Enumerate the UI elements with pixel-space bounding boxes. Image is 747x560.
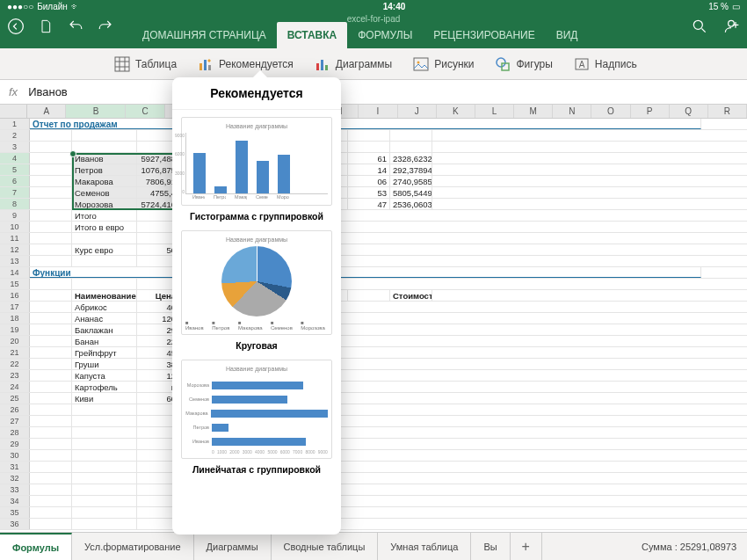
ribbon-pictures[interactable]: Рисунки — [413, 56, 474, 72]
svg-point-12 — [497, 58, 505, 67]
spreadsheet-grid[interactable]: 1Отчет по продажам 2 3 4Иванов5927,48892… — [0, 119, 747, 532]
col-Q[interactable]: Q — [670, 105, 708, 118]
sheet-tab-pivot[interactable]: Сводные таблицы — [272, 533, 379, 560]
col-L[interactable]: L — [475, 105, 514, 118]
app-header: ДОМАШНЯЯ СТРАНИЦА ВСТАВКА ФОРМУЛЫ РЕЦЕНЗ… — [0, 13, 747, 48]
ribbon-textbox[interactable]: AНадпись — [574, 56, 637, 72]
col-I[interactable]: I — [359, 105, 397, 118]
clock: 14:40 — [80, 2, 708, 11]
tab-view[interactable]: ВИД — [546, 22, 589, 48]
pie-legend: ИвановПетровМакароваСеменовМорозова — [185, 320, 328, 331]
caption-hbar: Линейчатая с группировкой — [181, 464, 332, 475]
svg-rect-10 — [414, 58, 428, 70]
svg-rect-4 — [199, 63, 202, 70]
back-button[interactable] — [7, 18, 25, 35]
col-J[interactable]: J — [398, 105, 437, 118]
col-A[interactable]: A — [27, 105, 66, 118]
sheet-bar: Формулы Усл.форматирование Диаграммы Сво… — [0, 532, 747, 560]
fx-label: fx — [9, 85, 18, 98]
ribbon-charts[interactable]: Диаграммы — [315, 56, 392, 72]
redo-icon[interactable] — [97, 18, 114, 35]
file-icon[interactable] — [37, 18, 54, 35]
picture-icon — [413, 56, 429, 72]
svg-rect-3 — [115, 57, 129, 71]
pie-chart-preview — [221, 246, 292, 316]
ribbon-insert: Таблица Рекомендуется Диаграммы Рисунки … — [0, 48, 747, 80]
svg-point-1 — [693, 20, 702, 29]
section-functions: Функции — [30, 267, 701, 278]
tab-review[interactable]: РЕЦЕНЗИРОВАНИЕ — [423, 22, 545, 48]
shapes-icon — [495, 56, 511, 72]
caption-pie: Круговая — [181, 340, 332, 351]
ribbon-table[interactable]: Таблица — [114, 56, 177, 72]
popover-title: Рекомендуется — [172, 77, 341, 110]
svg-rect-8 — [321, 60, 323, 70]
status-bar: ●●●○○ Билайн ᯤ 14:40 15 % ▭ — [0, 0, 747, 13]
status-sum: Сумма : 25291,08973 — [631, 542, 747, 552]
undo-icon[interactable] — [67, 18, 84, 35]
bar-chart-preview: 9000600030000 — [185, 133, 328, 194]
search-icon[interactable] — [691, 18, 708, 35]
sheet-tab-smarttable[interactable]: Умная таблица — [378, 533, 471, 560]
svg-point-11 — [417, 61, 420, 63]
signal-dots-icon: ●●●○○ — [7, 2, 33, 11]
sheet-tab-charts[interactable]: Диаграммы — [194, 533, 272, 560]
sheet-tab-formulas[interactable]: Формулы — [0, 533, 72, 560]
chart-option-pie[interactable]: Название диаграммы ИвановПетровМакароваС… — [181, 230, 332, 335]
formula-bar[interactable]: fx Иванов — [0, 80, 747, 105]
chart-icon — [315, 56, 330, 72]
share-icon[interactable] — [722, 18, 740, 35]
col-B[interactable]: B — [66, 105, 126, 118]
carrier-label: Билайн — [37, 2, 68, 11]
chart-option-clustered-column[interactable]: Название диаграммы 9000600030000 ИвановП… — [181, 117, 332, 206]
col-K[interactable]: K — [437, 105, 475, 118]
ribbon-tabs: ДОМАШНЯЯ СТРАНИЦА ВСТАВКА ФОРМУЛЫ РЕЦЕНЗ… — [132, 13, 588, 48]
fx-value: Иванов — [28, 85, 68, 98]
sheet-tab-condformat[interactable]: Усл.форматирование — [72, 533, 194, 560]
recommended-chart-icon — [198, 56, 214, 72]
tab-home[interactable]: ДОМАШНЯЯ СТРАНИЦА — [132, 22, 277, 48]
tab-formulas[interactable]: ФОРМУЛЫ — [347, 22, 423, 48]
wifi-icon: ᯤ — [71, 2, 80, 11]
ribbon-shapes[interactable]: Фигуры — [495, 56, 552, 72]
battery-pct: 15 % — [708, 2, 729, 11]
svg-rect-7 — [316, 63, 319, 70]
battery-icon: ▭ — [732, 2, 740, 11]
col-P[interactable]: P — [631, 105, 670, 118]
svg-rect-6 — [208, 65, 211, 70]
svg-rect-9 — [325, 65, 328, 70]
recommended-charts-popover: Рекомендуется Название диаграммы 9000600… — [172, 77, 341, 535]
caption-bar: Гистограмма с группировкой — [181, 211, 332, 222]
svg-text:A: A — [579, 60, 585, 69]
column-headers: A B C D E F G H I J K L M N O P Q R — [0, 105, 747, 119]
hbar-chart-preview: Морозова Семенов Макарова Петров Иванов … — [185, 375, 328, 455]
col-N[interactable]: N — [553, 105, 591, 118]
textbox-icon: A — [574, 56, 590, 72]
col-M[interactable]: M — [514, 105, 553, 118]
col-O[interactable]: O — [591, 105, 630, 118]
svg-point-0 — [9, 19, 24, 34]
tab-insert[interactable]: ВСТАВКА — [277, 22, 347, 48]
table-icon — [114, 56, 130, 72]
ribbon-recommended[interactable]: Рекомендуется — [198, 56, 294, 72]
svg-point-2 — [729, 20, 735, 26]
add-sheet-button[interactable]: + — [511, 533, 542, 560]
section-sales: Отчет по продажам — [30, 119, 701, 129]
cell[interactable]: Иванов — [72, 153, 137, 164]
col-R[interactable]: R — [708, 105, 747, 118]
col-C[interactable]: C — [126, 105, 164, 118]
chart-option-clustered-bar[interactable]: Название диаграммы Морозова Семенов Мака… — [181, 360, 332, 459]
svg-rect-5 — [204, 60, 207, 70]
sheet-tab-more[interactable]: Вы — [471, 533, 510, 560]
